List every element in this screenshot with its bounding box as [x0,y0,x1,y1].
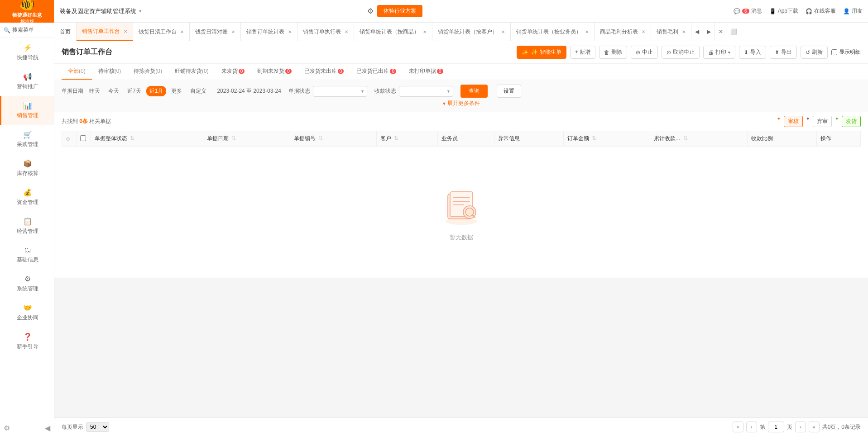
expand-conditions-btn[interactable]: ▾ 展开更多条件 [443,100,480,107]
sub-tab-not-shipped[interactable]: 未发货0 [215,64,251,80]
tab-close-sales-profit[interactable]: ✕ [682,29,686,34]
page-prev-btn[interactable]: ‹ [746,422,757,432]
setup-btn[interactable]: 设置 [497,85,521,98]
sort-icon-amount[interactable]: ⇅ [592,135,596,142]
sort-icon-date[interactable]: ⇅ [231,135,236,142]
sidebar-item-marketing[interactable]: 📢 营销推广 [0,67,54,96]
sidebar-item-enterprise[interactable]: 🤝 企业协同 [0,298,54,327]
tab-close-sales-exec[interactable]: ✕ [345,29,348,34]
gear-settings-btn[interactable]: ⚙ [367,7,374,15]
sub-tab-pending-review[interactable]: 待审核(0) [92,64,128,80]
tab-close-cash-daily[interactable]: ✕ [180,29,184,34]
print-btn[interactable]: 🖨 打印 ▾ [703,46,735,59]
tab-sales-exec[interactable]: 销售订单执行表 ✕ [297,23,354,41]
sort-icon-customer[interactable]: ⇅ [394,135,398,142]
dropdown-arrow[interactable]: ▾ [139,8,142,14]
sidebar-item-search[interactable]: 🔍 搜索菜单 [0,23,54,38]
show-detail-checkbox[interactable] [831,49,837,55]
sort-icon-status[interactable]: ⇅ [130,135,134,142]
date-btn-1month[interactable]: 近1月 [146,86,167,96]
quick-ship-btn[interactable]: 发货 [842,116,861,127]
sidebar-item-operations[interactable]: 📋 经营管理 [0,212,54,241]
status-select[interactable] [313,86,367,97]
tab-close-profit-analysis[interactable]: ✕ [642,29,645,34]
payment-select[interactable] [399,86,453,97]
tab-home[interactable]: 首页 [54,23,77,41]
sub-tab-shipped-not-out[interactable]: 已发货未出库0 [298,64,350,80]
sidebar-settings-btn[interactable]: ⚙ [4,424,10,432]
message-badge: 6 [742,9,749,14]
tab-sales-summary-product[interactable]: 销货单统计表（按商品） ✕ [354,23,432,41]
sidebar-item-quick-nav[interactable]: ⚡ 快捷导航 [0,38,54,67]
sidebar-item-sales[interactable]: 📊 销售管理 [0,96,54,125]
page-input[interactable] [768,422,784,432]
sidebar-item-system[interactable]: ⚙ 系统管理 [0,269,54,298]
message-btn[interactable]: 💬 6 消息 [734,7,762,15]
quick-review-btn[interactable]: 审核 [784,116,803,127]
tab-sales-stats[interactable]: 销售订单统计表 ✕ [241,23,297,41]
sub-tab-wangpu-ship[interactable]: 旺铺待发货(0) [168,64,215,80]
tab-sales-profit[interactable]: 销售毛利 ✕ [651,23,691,41]
tab-close-sales-summary-staff[interactable]: ✕ [585,29,589,34]
tab-close-sales-workbench[interactable]: ✕ [124,29,127,34]
sidebar-item-finance[interactable]: 💰 资金管理 [0,183,54,212]
sub-tab-overdue-not-shipped[interactable]: 到期未发货0 [251,64,298,80]
tab-sales-summary-customer[interactable]: 销货单统计表（按客户） ✕ [432,23,511,41]
user-menu-btn[interactable]: 👤 用友 [843,7,863,15]
page-content: 销售订单工作台 ✨ ✨ 智能生单 + 新增 🗑 删除 ⊘ 中止 ⊙ 取消中止 [54,41,868,428]
tab-close-sales-stats[interactable]: ✕ [288,29,292,34]
tab-profit-analysis[interactable]: 商品毛利分析表 ✕ [595,23,651,41]
sort-icon-collected[interactable]: ⇅ [683,135,688,142]
sort-icon-number[interactable]: ⇅ [318,135,323,142]
industry-btn[interactable]: 体验行业方案 [377,5,422,17]
sidebar-item-guide[interactable]: ❓ 新手引导 [0,327,54,356]
sub-tab-pending-check[interactable]: 待拣验货(0) [127,64,168,80]
sub-tab-shipped-out[interactable]: 已发货已出库0 [350,64,403,80]
tab-sales-summary-staff[interactable]: 销货单统计表（按业务员） ✕ [511,23,595,41]
cancel-stop-btn[interactable]: ⊙ 取消中止 [662,46,700,59]
date-btn-today[interactable]: 今天 [105,86,122,96]
online-service-btn[interactable]: 🎧 在线客服 [806,7,836,15]
query-btn[interactable]: 查询 [460,85,488,98]
refresh-btn[interactable]: ↺ 刷新 [801,46,828,59]
page-first-btn[interactable]: « [733,422,743,432]
sub-tab-not-printed[interactable]: 未打印单据0 [403,64,450,80]
delete-btn[interactable]: 🗑 删除 [599,46,627,59]
show-detail-label[interactable]: 显示明细 [831,48,861,56]
export-btn[interactable]: ⬆ 导出 [770,46,797,59]
cancel-stop-icon: ⊙ [667,49,671,56]
quick-cancel-btn[interactable]: 弃审 [813,116,832,127]
tab-prev-btn[interactable]: ◀ [691,23,703,41]
add-btn[interactable]: + 新增 [570,46,595,59]
tab-next-btn[interactable]: ▶ [703,23,715,41]
page-size-select[interactable]: 50 10 20 100 [86,422,109,432]
app-download-btn[interactable]: 📱 App下载 [769,7,798,15]
tab-cash-daily[interactable]: 钱货日清工作台 ✕ [133,23,190,41]
select-all-checkbox[interactable] [80,135,86,141]
date-btn-custom[interactable]: 自定义 [187,86,210,96]
tab-close-sales-summary-product[interactable]: ✕ [423,29,427,34]
tab-maximize-btn[interactable]: ⬜ [727,23,741,41]
stop-btn[interactable]: ⊘ 中止 [631,46,658,59]
sidebar-item-base-info[interactable]: 🗂 基础信息 [0,241,54,269]
service-icon: 🎧 [806,8,812,14]
page-last-btn[interactable]: » [809,422,820,432]
import-btn[interactable]: ⬇ 导入 [739,46,766,59]
sub-tab-all[interactable]: 全部(0) [62,64,92,80]
sidebar-item-inventory[interactable]: 📦 库存核算 [0,154,54,183]
smart-create-btn[interactable]: ✨ ✨ 智能生单 [517,46,566,59]
sidebar-collapse-btn[interactable]: ◀ [45,424,50,432]
sidebar-item-purchase[interactable]: 🛒 采购管理 [0,125,54,154]
date-filter-label: 单据日期 [62,87,83,95]
date-btn-yesterday[interactable]: 昨天 [86,86,103,96]
tab-close-cash-reconcile[interactable]: ✕ [231,29,235,34]
page-next-btn[interactable]: › [795,422,806,432]
date-btn-more[interactable]: 更多 [168,86,185,96]
date-btn-7days[interactable]: 近7天 [124,86,144,96]
tab-close-sales-summary-customer[interactable]: ✕ [501,29,505,34]
inventory-icon: 📦 [23,159,32,168]
tab-close-all-btn[interactable]: ✕ [715,23,727,41]
tab-cash-reconcile[interactable]: 钱货日清对账 ✕ [190,23,241,41]
tab-sales-workbench[interactable]: 销售订单工作台 ✕ [77,23,133,41]
system-title-text: 装备及固定资产辅助管理系统 [60,7,136,15]
